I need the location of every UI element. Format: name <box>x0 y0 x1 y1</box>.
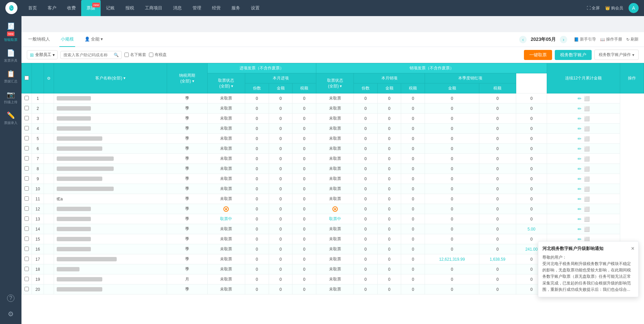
row-checkbox[interactable] <box>24 277 29 281</box>
sidebar-item-invoice-summary[interactable]: 📋 票据汇总 <box>0 66 21 87</box>
nav-settings[interactable]: 设置 <box>246 0 265 16</box>
edit-icon[interactable]: ✏ <box>578 196 582 202</box>
row-checkbox[interactable] <box>24 237 29 241</box>
copy-icon[interactable]: ⬜ <box>584 226 590 232</box>
nav-home[interactable]: 首页 <box>23 0 42 16</box>
copy-icon[interactable]: ⬜ <box>584 166 590 172</box>
row-checkbox[interactable] <box>24 136 29 140</box>
edit-icon[interactable]: ✏ <box>578 106 582 111</box>
edit-icon[interactable]: ✏ <box>578 226 582 232</box>
sidebar-item-issue-invoice[interactable]: 📄 发票开具 <box>0 46 21 66</box>
vip-button[interactable]: 👑 购会员 <box>605 5 623 11</box>
copy-icon[interactable]: ⬜ <box>584 146 590 151</box>
nav-receipts[interactable]: 收费 <box>62 0 81 16</box>
row-out-amount: 0 <box>377 244 401 254</box>
staff-selector[interactable]: ⊞ 全部员工 ▾ <box>27 50 58 59</box>
search-icon[interactable]: 🔍 <box>114 53 119 57</box>
row-checkbox[interactable] <box>24 257 29 261</box>
copy-icon[interactable]: ⬜ <box>584 216 590 222</box>
row-checkbox[interactable] <box>24 106 29 110</box>
nav-ledger[interactable]: 记账 <box>101 0 120 16</box>
tax-operations-button[interactable]: 税务数字账户操作 ▾ <box>594 50 639 60</box>
edit-icon[interactable]: ✏ <box>578 136 582 141</box>
copy-icon[interactable]: ⬜ <box>584 186 590 192</box>
row-checkbox[interactable] <box>24 226 29 231</box>
copy-icon[interactable]: ⬜ <box>584 126 590 131</box>
table-row: 8 ████████████████████ 季 未取票 0 0 0 未取票 0… <box>22 164 644 174</box>
period-next-button[interactable]: › <box>560 36 567 43</box>
tab-all[interactable]: 👤 全能 ▾ <box>83 32 104 47</box>
sidebar-item-smart-invoice[interactable]: 🧾 new 智能取票 <box>0 19 21 46</box>
sidebar-item-invoice-input[interactable]: ✏️ 票据录入 <box>0 108 21 129</box>
copy-icon[interactable]: ⬜ <box>584 96 590 101</box>
period-prev-button[interactable]: ‹ <box>519 36 527 43</box>
row-in-tax: 0 <box>292 114 316 124</box>
copy-icon[interactable]: ⬜ <box>584 106 590 111</box>
row-checkbox[interactable] <box>24 146 29 150</box>
nav-business[interactable]: 工商项目 <box>140 0 168 16</box>
row-checkbox[interactable] <box>24 166 29 171</box>
in-status-text: 未取票 <box>220 136 232 141</box>
row-checkbox[interactable] <box>24 267 29 271</box>
edit-icon[interactable]: ✏ <box>578 206 582 212</box>
edit-icon[interactable]: ✏ <box>578 96 582 101</box>
operation-manual-button[interactable]: 📖 操作手册 <box>600 37 622 42</box>
copy-icon[interactable]: ⬜ <box>584 206 590 212</box>
edit-icon[interactable]: ✏ <box>578 146 582 151</box>
checkbox-subscribed[interactable]: 名下账套 <box>124 52 146 58</box>
row-checkbox[interactable] <box>24 156 29 160</box>
row-checkbox[interactable] <box>24 96 29 100</box>
tab-general-taxpayer[interactable]: 一般纳税人 <box>27 32 51 47</box>
row-checkbox[interactable] <box>24 206 29 211</box>
row-checkbox[interactable] <box>24 186 29 191</box>
nav-operation[interactable]: 经营 <box>207 0 226 16</box>
nav-tax[interactable]: 报税 <box>120 0 140 16</box>
sidebar-item-scan-upload[interactable]: 📷 扫描上传 <box>0 87 21 108</box>
row-checkbox[interactable] <box>24 287 29 291</box>
copy-icon[interactable]: ⬜ <box>584 156 590 161</box>
edit-icon[interactable]: ✏ <box>578 176 582 182</box>
copy-icon[interactable]: ⬜ <box>584 136 590 141</box>
taxdisk-checkbox[interactable] <box>149 53 153 57</box>
row-checkbox[interactable] <box>24 216 29 221</box>
row-out-tax: 0 <box>401 104 425 114</box>
edit-icon[interactable]: ✏ <box>578 156 582 161</box>
edit-icon[interactable]: ✏ <box>578 166 582 172</box>
nav-clients[interactable]: 客户 <box>42 0 62 16</box>
edit-icon[interactable]: ✏ <box>578 116 582 121</box>
copy-icon[interactable]: ⬜ <box>584 196 590 202</box>
tab-small-scale[interactable]: 小规模 <box>59 32 75 47</box>
nav-service[interactable]: 服务 <box>226 0 246 16</box>
row-out-status: 未取票 <box>316 93 354 104</box>
select-all-checkbox[interactable] <box>24 76 29 80</box>
copy-icon[interactable]: ⬜ <box>584 176 590 182</box>
row-checkbox[interactable] <box>24 116 29 120</box>
copy-icon[interactable]: ⬜ <box>584 116 590 121</box>
search-input[interactable] <box>63 53 114 57</box>
sidebar-help[interactable]: ? <box>6 291 16 305</box>
row-out-tax: 0 <box>401 274 425 284</box>
refresh-button[interactable]: ↻ 刷新 <box>626 37 639 42</box>
row-checkbox[interactable] <box>24 247 29 251</box>
sidebar-settings[interactable]: ⚙ <box>6 307 16 321</box>
subscribed-checkbox[interactable] <box>124 53 129 57</box>
tax-digital-account-button[interactable]: 税务数字账户 <box>555 50 592 60</box>
row-out-status: 未取票 <box>316 194 354 204</box>
checkbox-has-taxdisk[interactable]: 有税盘 <box>149 52 167 58</box>
fullscreen-button[interactable]: ⛶ 全屏 <box>587 5 600 11</box>
row-out-status: 未取票 <box>316 264 354 274</box>
row-checkbox[interactable] <box>24 176 29 181</box>
notification-close-button[interactable]: × <box>631 246 634 252</box>
edit-icon[interactable]: ✏ <box>578 126 582 131</box>
nav-manage[interactable]: 管理 <box>187 0 207 16</box>
edit-icon[interactable]: ✏ <box>578 216 582 222</box>
user-avatar[interactable]: A <box>629 3 639 13</box>
nav-invoice[interactable]: 票据 new <box>81 0 101 16</box>
row-client-name: ████████████ <box>54 104 167 114</box>
edit-icon[interactable]: ✏ <box>578 186 582 192</box>
one-click-fetch-button[interactable]: 一键取票 <box>524 50 552 60</box>
row-checkbox[interactable] <box>24 126 29 130</box>
nav-message[interactable]: 消息 <box>168 0 187 16</box>
row-checkbox[interactable] <box>24 196 29 201</box>
new-guide-button[interactable]: 📘 新手引导 <box>574 37 596 42</box>
